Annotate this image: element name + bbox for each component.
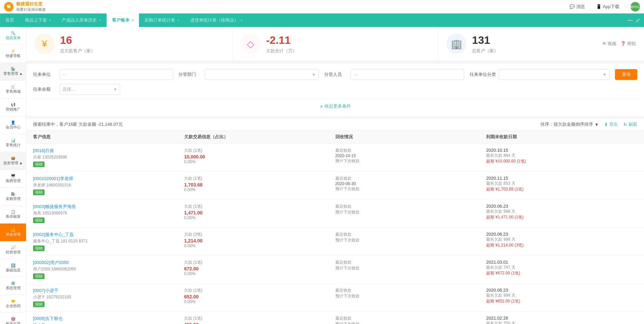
overdue-text[interactable]: 超期 ¥1,214.00 (3笔) (486, 242, 637, 248)
collapse-filter-btn[interactable]: ∧ 收起更多条件 (33, 102, 637, 111)
customer-name[interactable]: [0007]小进干 (33, 288, 184, 294)
recover-last-label: 最近收款 (335, 288, 486, 293)
message-label: 消息 (576, 4, 585, 10)
overdue-text[interactable]: 超期 ¥1,471.00 (1笔) (486, 214, 637, 220)
sidebar-item-finance[interactable]: 💰 资金管理 (0, 224, 26, 241)
search-button[interactable]: 查询 (615, 69, 637, 80)
sidebar-item-basic[interactable]: ℹ️ 基础信息 (0, 259, 26, 277)
tab-production[interactable]: 产成品入库单历史 × (56, 13, 106, 27)
message-btn[interactable]: 💬 消息 (569, 4, 585, 10)
sidebar-item-guide[interactable]: 🎯 新手引导 (0, 313, 26, 324)
from-unit-input[interactable]: ··· (59, 69, 173, 80)
tab-goods-stats[interactable]: 进货单统计表（按商品） × (185, 13, 248, 27)
avatar[interactable]: demo2 (631, 2, 640, 11)
sidebar-item-quicknav[interactable]: ⚡ 快捷导航 (0, 45, 26, 63)
overdue-text[interactable]: 超期 ¥10,000.00 (1笔) (486, 158, 637, 164)
overdue-text[interactable]: 超期 ¥652.00 (1笔) (486, 298, 637, 304)
sidebar-item-retail-stats[interactable]: 📊 零售统计 (0, 134, 26, 152)
customer-contact: 海燕 18513066976 (33, 210, 184, 216)
refresh-button[interactable]: ↻ 刷新 (623, 121, 637, 127)
debt-amount: 1,214.00 (184, 238, 335, 243)
manager-label: 分管人员 (324, 71, 348, 78)
search-label: 搜索菜单 (1, 35, 25, 40)
dept-label: 分管部门 (178, 71, 202, 78)
due-date-value: 2020.06.23 (486, 288, 637, 293)
help-btn[interactable]: ❓ 帮助 (620, 41, 636, 47)
manager-input[interactable]: ··· (351, 69, 464, 80)
total-customers-value: 131 (472, 34, 498, 47)
customer-name[interactable]: [0006]去下粮仓 (33, 316, 184, 322)
tab-purchase-order[interactable]: 采购订单统计表 × (139, 13, 185, 27)
customer-contact: 服务中心_丁磊 181 0125 8371 (33, 238, 184, 244)
sidebar-item-retail-mall[interactable]: 🛒 零售商城 (0, 81, 26, 98)
customer-contact: 李老师 18600391516 (33, 182, 184, 188)
debt-label: 欠款 (3笔) (184, 232, 335, 237)
recover-last-date: 2020-06-30 (335, 181, 486, 186)
overdue-text[interactable]: 超期 ¥1,703.68 (1笔) (486, 186, 637, 192)
debt-amount: 455.90 (184, 322, 335, 324)
tab-customer-ledger-close[interactable]: × (132, 18, 134, 22)
collapse-tabs-icon[interactable]: — (627, 17, 633, 23)
sidebar-item-retail-mgmt[interactable]: 🏪 零售管理 ▲ (0, 63, 26, 81)
filter-manager: 分管人员 ··· (324, 69, 464, 80)
sidebar-item-system[interactable]: ⚙️ 系统管理 (0, 277, 26, 295)
sort-chevron: ▼ (594, 122, 599, 127)
sidebar-item-inventory[interactable]: 📋 库存核算 (0, 206, 26, 224)
system-icon: ⚙️ (1, 281, 25, 286)
col-due-date: 到期未收款日期 (486, 134, 637, 140)
tab-purchase-order-close[interactable]: × (177, 18, 179, 22)
total-customers-icon: 🏢 (446, 34, 467, 54)
main-layout: 🔍 搜索菜单 ⚡ 快捷导航 🏪 零售管理 ▲ 🛒 零售商城 📢 营销推广 👤 会… (0, 27, 644, 324)
customer-name[interactable]: [0001020001]李老师 (33, 176, 184, 182)
balance-select[interactable]: 选择... ▼ (59, 84, 120, 95)
overdue-days: 最长欠款 747 天 (486, 265, 637, 270)
sidebar-item-purchase[interactable]: 🛍️ 采购管理 (0, 188, 26, 206)
sort-button[interactable]: 排序：按欠款金额倒序排序 ▼ (540, 121, 599, 127)
view-btn[interactable]: 👁 视频 (602, 41, 617, 47)
retail-stats-label: 零售统计 (1, 143, 25, 148)
sidebar-item-search[interactable]: 🔍 搜索菜单 (0, 27, 26, 45)
tab-goods[interactable]: 商品上下架 × (20, 13, 56, 27)
manager-dots: ··· (354, 72, 357, 77)
customer-name[interactable]: [0002]服务中心_丁磊 (33, 232, 184, 238)
customer-badge: 现销 (33, 245, 45, 251)
balance-placeholder: 选择... (62, 86, 75, 92)
tab-production-close[interactable]: × (99, 18, 101, 22)
sidebar-item-member[interactable]: 👤 会员中心 (0, 116, 26, 134)
customer-name[interactable]: [0016]吕俊 (33, 148, 184, 154)
debt-total-label: 欠款合计（万） (266, 48, 297, 54)
expand-tabs-icon[interactable]: ⤢ (636, 17, 640, 24)
debt-amount: 652.00 (184, 294, 335, 299)
overdue-text[interactable]: 超期 ¥672.00 (1笔) (486, 270, 637, 276)
sidebar-item-operation[interactable]: 📈 经营管理 (0, 241, 26, 259)
app-download-btn[interactable]: 📱 App下载 (596, 4, 619, 10)
tab-goods-stats-close[interactable]: × (241, 18, 243, 22)
tab-customer-ledger[interactable]: 客户账本 × (107, 13, 139, 27)
recover-next-label: 预计下次收款 (335, 237, 486, 243)
customer-name[interactable]: [0003]畅捷服务尹海燕 (33, 204, 184, 210)
app-label: App下载 (603, 4, 619, 10)
due-date-value: 2020.10.15 (486, 148, 637, 153)
dept-select[interactable]: ▼ (205, 69, 318, 80)
due-date-cell: 2020.10.15 最长欠款 884 天 超期 ¥10,000.00 (1笔) (486, 148, 637, 164)
tab-goods-close[interactable]: × (49, 18, 51, 22)
customer-name[interactable]: [000002]用户2050 (33, 260, 184, 266)
debt-pct: 0.00% (184, 187, 335, 192)
sidebar-item-collab[interactable]: 🤝 企业协同 (0, 295, 26, 313)
due-date-value: 2020.11.15 (486, 176, 637, 181)
sidebar-item-ecommerce[interactable]: 🖥️ 电商管理 (0, 170, 26, 188)
top-bar: 畅 畅捷通好生意 母婴行业演示账套 💬 消息 📱 App下载 demo2 (0, 0, 644, 13)
debt-info-cell: 欠款 (1笔) 672.00 0.00% (184, 260, 335, 276)
sidebar-item-wholesale[interactable]: 📦 批发管理 ▲ (0, 152, 26, 170)
help-label: 帮助 (627, 41, 636, 46)
finance-icon: 💰 (1, 228, 25, 232)
sidebar: 🔍 搜索菜单 ⚡ 快捷导航 🏪 零售管理 ▲ 🛒 零售商城 📢 营销推广 👤 会… (0, 27, 26, 324)
unit-classify-select[interactable]: ▼ (499, 69, 610, 80)
debt-info-cell: 欠款 (3笔) 1,214.00 0.00% (184, 232, 335, 248)
export-button[interactable]: ⬆ 导出 (604, 121, 618, 127)
table-row: [0002]服务中心_丁磊 服务中心_丁磊 181 0125 8371 现销 欠… (26, 228, 644, 256)
sidebar-item-marketing[interactable]: 📢 营销推广 (0, 98, 26, 116)
filter-unit-classify: 往来单位分类 ▼ (470, 69, 610, 80)
recovery-cell: 最近收款 2020-06-30 预计下次收款 (335, 176, 486, 192)
tab-home[interactable]: 首页 (0, 13, 20, 27)
